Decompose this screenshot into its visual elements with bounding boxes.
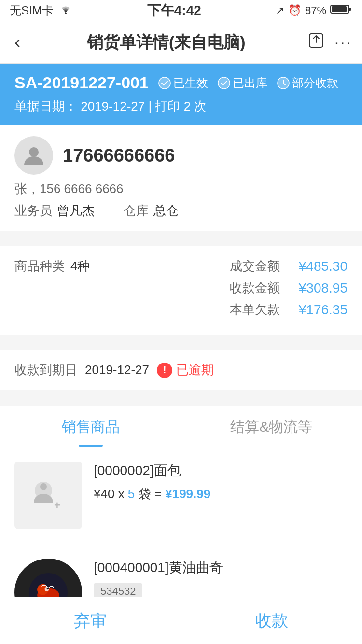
status-time: 下午4:42 (147, 1, 201, 20)
warehouse-info: 仓库 总仓 (124, 202, 179, 219)
status-left: 无SIM卡 (10, 3, 73, 18)
badge-active: 已生效 (158, 75, 208, 91)
battery-text: 87% (305, 4, 326, 17)
alarm-icon: ⏰ (288, 4, 301, 17)
wifi-icon (58, 4, 73, 17)
svg-point-8 (29, 147, 39, 157)
overdue-badge: ! 已逾期 (157, 362, 214, 378)
product-name-1: [0000002]面包 (94, 462, 348, 480)
warehouse-label: 仓库 (124, 202, 149, 219)
table-row: + [0000002]面包 ¥40 x 5 袋 = ¥199.99 (0, 447, 362, 544)
due-section: 收款到期日 2019-12-27 ! 已逾期 (0, 350, 362, 390)
battery-icon (330, 4, 352, 17)
order-number: SA-20191227-001 (14, 73, 149, 92)
page-title: 销货单详情(来自电脑) (25, 31, 307, 54)
badge-partial-text: 部分收款 (292, 75, 338, 91)
product-image-1: + (14, 462, 82, 529)
nav-bar: ‹ 销货单详情(来自电脑) ··· (0, 21, 362, 64)
badge-shipped-text: 已出库 (233, 75, 267, 91)
badge-active-text: 已生效 (173, 75, 208, 91)
collected-amount: 收款金额 ¥308.95 (230, 280, 348, 296)
sales-label: 业务员 (14, 202, 52, 219)
signal-text: 无SIM卡 (10, 3, 54, 18)
product-name-2: [000400001]黄油曲奇 (94, 559, 348, 577)
svg-point-0 (65, 13, 67, 14)
customer-meta: 业务员 曾凡杰 仓库 总仓 (14, 202, 348, 219)
summary-amounts: 成交金额 ¥485.30 收款金额 ¥308.95 本单欠款 ¥176.35 (230, 258, 348, 323)
warehouse-name: 总仓 (153, 202, 179, 219)
svg-rect-3 (332, 6, 347, 12)
product-kinds: 商品种类 4种 (14, 258, 90, 275)
share-button[interactable] (307, 32, 325, 53)
customer-section: 17666666666 张，156 6666 6666 业务员 曾凡杰 仓库 总… (0, 125, 362, 231)
customer-name: 张，156 6666 6666 (14, 181, 348, 197)
deal-amount: 成交金额 ¥485.30 (230, 258, 348, 275)
nav-right-actions: ··· (307, 32, 352, 53)
more-button[interactable]: ··· (334, 33, 352, 52)
product-price-1: ¥40 x 5 袋 = ¥199.99 (94, 486, 348, 503)
overdue-icon: ! (157, 363, 172, 378)
due-date: 2019-12-27 (85, 363, 149, 378)
svg-rect-2 (349, 8, 351, 11)
svg-point-10 (40, 483, 47, 490)
reject-button[interactable]: 弃审 (0, 597, 181, 644)
svg-point-6 (218, 77, 230, 89)
tab-sales-products[interactable]: 销售商品 (0, 406, 181, 447)
customer-phone: 17666666666 (63, 145, 175, 166)
sales-info: 业务员 曾凡杰 (14, 202, 95, 219)
badge-partial: 部分收款 (277, 75, 338, 91)
customer-avatar (14, 136, 53, 175)
svg-point-16 (47, 588, 49, 590)
product-tabs: 销售商品 结算&物流等 (0, 406, 362, 447)
status-bar: 无SIM卡 下午4:42 ↗ ⏰ 87% (0, 0, 362, 21)
product-info-1: [0000002]面包 ¥40 x 5 袋 = ¥199.99 (94, 462, 348, 529)
svg-point-5 (159, 77, 170, 89)
status-right: ↗ ⏰ 87% (276, 4, 352, 17)
order-header: SA-20191227-001 已生效 已出库 (0, 64, 362, 125)
summary-section: 商品种类 4种 成交金额 ¥485.30 收款金额 ¥308.95 本单欠款 ¥… (0, 246, 362, 335)
due-label: 收款到期日 (14, 362, 77, 378)
debt-amount: 本单欠款 ¥176.35 (230, 301, 348, 318)
svg-text:+: + (54, 499, 60, 511)
sales-name: 曾凡杰 (57, 202, 95, 219)
back-button[interactable]: ‹ (10, 28, 25, 57)
collect-button[interactable]: 收款 (181, 597, 362, 644)
bottom-bar: 弃审 收款 (0, 597, 362, 644)
location-icon: ↗ (276, 4, 284, 17)
badge-shipped: 已出库 (218, 75, 267, 91)
tab-settlement[interactable]: 结算&物流等 (181, 406, 362, 447)
overdue-text: 已逾期 (176, 362, 214, 378)
order-date-line: 单据日期： 2019-12-27 | 打印 2 次 (14, 98, 348, 115)
